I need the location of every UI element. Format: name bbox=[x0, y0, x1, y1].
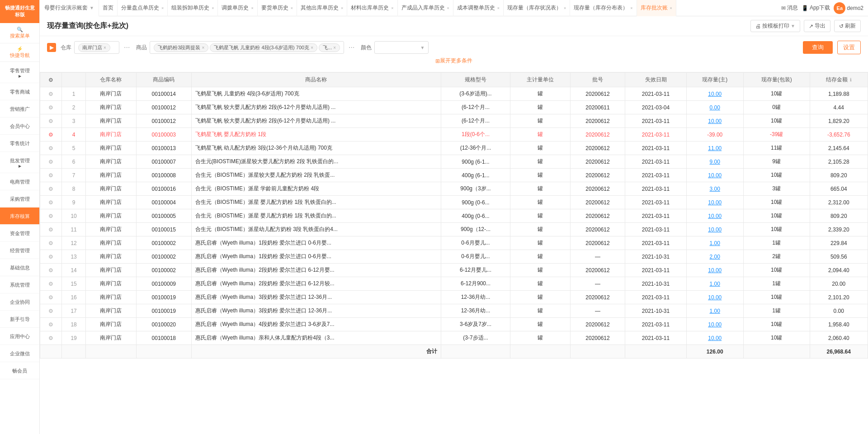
row-gear-9[interactable]: ⚙ bbox=[40, 196, 62, 209]
sidebar-item-corp-wechat[interactable]: 企业微信 bbox=[0, 345, 39, 362]
stock-main-link-12[interactable]: 1.00 bbox=[710, 240, 720, 246]
goods-tag-close-tag1[interactable]: × bbox=[202, 45, 204, 50]
sidebar-item-retail-mgmt[interactable]: 零售管理▶ bbox=[0, 62, 39, 83]
row-gear-16[interactable]: ⚙ bbox=[40, 291, 62, 304]
stock-main-link-11[interactable]: 10.00 bbox=[708, 226, 722, 233]
stock-main-link-7[interactable]: 10.00 bbox=[708, 172, 722, 179]
stock-main-link-9[interactable]: 10.00 bbox=[708, 199, 722, 206]
tab-cost-adjust-history[interactable]: 成本调整单历史× bbox=[453, 0, 504, 16]
sidebar-item-guide[interactable]: 新手引导 bbox=[0, 311, 39, 328]
warehouse-dots[interactable]: ··· bbox=[124, 43, 130, 52]
stock-main-link-17[interactable]: 1.00 bbox=[710, 308, 720, 314]
tab-inventory-status[interactable]: 现存量（库存状况表）× bbox=[504, 0, 570, 16]
tab-close-split-inventory-history[interactable]: × bbox=[161, 6, 164, 10]
row-gear-11[interactable]: ⚙ bbox=[40, 223, 62, 236]
stock-main-link-18[interactable]: 10.00 bbox=[708, 321, 722, 328]
stock-main-link-13[interactable]: 2.00 bbox=[710, 254, 720, 260]
stock-main-link-19[interactable]: 10.00 bbox=[708, 335, 722, 341]
row-gear-17[interactable]: ⚙ bbox=[40, 304, 62, 318]
tab-inventory-dist[interactable]: 现存量（库存分布表）× bbox=[570, 0, 637, 16]
query-btn[interactable]: 查询 bbox=[803, 41, 833, 54]
tab-material-out-history[interactable]: 材料出库单历史× bbox=[347, 0, 397, 16]
stock-main-link-1[interactable]: 10.00 bbox=[708, 91, 722, 97]
stock-main-link-16[interactable]: 10.00 bbox=[708, 294, 722, 301]
template-print-btn[interactable]: 🖨 按模板打印 ▼ bbox=[750, 20, 800, 32]
color-input[interactable]: ▼ bbox=[374, 41, 429, 54]
tab-close-product-in-history[interactable]: × bbox=[447, 6, 449, 10]
tab-close-cost-adjust-history[interactable]: × bbox=[497, 6, 500, 10]
sidebar-quicknav[interactable]: ⚡ 快捷导航 bbox=[0, 43, 39, 62]
row-gear-13[interactable]: ⚙ bbox=[40, 250, 62, 264]
stock-main-link-4[interactable]: -39.00 bbox=[707, 132, 722, 138]
goods-input-area[interactable]: 飞鹤奶粉3段两提装×飞鹤星飞帆 儿童奶粉 4段(3-6岁适用) 700克×飞..… bbox=[150, 41, 344, 54]
stock-main-link-3[interactable]: 10.00 bbox=[708, 118, 722, 124]
stock-main-link-5[interactable]: 11.00 bbox=[708, 145, 722, 151]
tab-close-other-out-history[interactable]: × bbox=[341, 6, 343, 10]
tab-mix-history[interactable]: 调拨单历史× bbox=[218, 0, 257, 16]
row-gear-12[interactable]: ⚙ bbox=[40, 236, 62, 250]
sidebar-item-enterprise[interactable]: 企业协同 bbox=[0, 293, 39, 311]
tab-close-mix-history[interactable]: × bbox=[251, 6, 253, 10]
warehouse-tag-close[interactable]: × bbox=[104, 45, 106, 50]
stock-main-link-2[interactable]: 0.00 bbox=[710, 104, 720, 111]
row-gear-18[interactable]: ⚙ bbox=[40, 318, 62, 331]
tab-disassemble-history[interactable]: 组装拆卸单历史× bbox=[168, 0, 218, 16]
row-gear-14[interactable]: ⚙ bbox=[40, 264, 62, 277]
goods-dots[interactable]: ··· bbox=[349, 43, 354, 52]
tab-close-disassemble-history[interactable]: × bbox=[212, 6, 214, 10]
tab-close-batch-ledger[interactable]: × bbox=[670, 6, 672, 10]
tab-close-requisition-history[interactable]: × bbox=[291, 6, 293, 10]
tab-close-inventory-status[interactable]: × bbox=[564, 6, 566, 10]
row-gear-4[interactable]: ⚙ bbox=[40, 128, 62, 142]
tab-requisition-history[interactable]: 要货单历史× bbox=[258, 0, 297, 16]
tab-other-out-history[interactable]: 其他出库单历史× bbox=[297, 0, 347, 16]
message-btn[interactable]: ✉ 消息 bbox=[781, 4, 798, 12]
stock-main-link-15[interactable]: 1.00 bbox=[710, 281, 720, 287]
sidebar-item-app-center[interactable]: 应用中心 bbox=[0, 328, 39, 345]
stock-main-link-8[interactable]: 3.00 bbox=[710, 186, 720, 192]
row-gear-2[interactable]: ⚙ bbox=[40, 101, 62, 114]
account-dropdown[interactable]: 母婴行业演示账套 ▼ bbox=[40, 0, 99, 16]
sidebar-item-member-vip[interactable]: 畅会员 bbox=[0, 362, 39, 379]
row-gear-6[interactable]: ⚙ bbox=[40, 155, 62, 169]
row-gear-7[interactable]: ⚙ bbox=[40, 169, 62, 182]
stock-main-link-14[interactable]: 10.00 bbox=[708, 267, 722, 274]
setting-btn[interactable]: 设置 bbox=[837, 41, 861, 54]
sidebar-item-marketing[interactable]: 营销推广 bbox=[0, 100, 39, 118]
goods-tag-close-tag2[interactable]: × bbox=[311, 45, 313, 50]
tab-batch-ledger[interactable]: 库存批次账× bbox=[637, 0, 676, 16]
app-download-btn[interactable]: 📱 App下载 bbox=[802, 4, 830, 12]
row-gear-8[interactable]: ⚙ bbox=[40, 182, 62, 196]
row-gear-3[interactable]: ⚙ bbox=[40, 114, 62, 128]
user-avatar[interactable]: Ea demo2 bbox=[834, 2, 863, 14]
refresh-btn[interactable]: ↺ 刷新 bbox=[834, 20, 861, 32]
sidebar-item-inventory[interactable]: 库存核算 bbox=[0, 208, 39, 225]
tab-close-material-out-history[interactable]: × bbox=[391, 6, 393, 10]
sidebar-item-retail-shop[interactable]: 零售商城 bbox=[0, 83, 39, 100]
filter-expand-row[interactable]: ⊞ 展开更多条件 bbox=[47, 54, 861, 67]
export-btn[interactable]: ↗ 导出 bbox=[804, 20, 830, 32]
sidebar-item-wholesale[interactable]: 批发管理▶ bbox=[0, 152, 39, 173]
sidebar-item-operations[interactable]: 经营管理 bbox=[0, 242, 39, 259]
balance-info-icon[interactable]: ℹ bbox=[850, 77, 852, 82]
col-gear[interactable]: ⚙ bbox=[40, 73, 62, 87]
sidebar-item-retail-stats[interactable]: 零售统计 bbox=[0, 135, 39, 152]
goods-tag-close-tag3[interactable]: × bbox=[333, 45, 336, 50]
sidebar-search[interactable]: 🔍 搜索菜单 bbox=[0, 23, 39, 43]
row-gear-10[interactable]: ⚙ bbox=[40, 209, 62, 223]
tab-close-inventory-dist[interactable]: × bbox=[630, 6, 632, 10]
filter-expand-btn[interactable]: ▶ bbox=[47, 43, 56, 52]
stock-main-link-6[interactable]: 9.00 bbox=[710, 159, 720, 165]
sidebar-item-member[interactable]: 会员中心 bbox=[0, 118, 39, 135]
warehouse-input-area[interactable]: 南岸门店 × bbox=[74, 41, 119, 54]
sidebar-item-finance[interactable]: 资金管理 bbox=[0, 225, 39, 242]
sidebar-item-purchase[interactable]: 采购管理 bbox=[0, 190, 39, 208]
tab-product-in-history[interactable]: 产成品入库单历史× bbox=[398, 0, 453, 16]
sidebar-item-base-info[interactable]: 基础信息 bbox=[0, 259, 39, 276]
row-gear-5[interactable]: ⚙ bbox=[40, 142, 62, 155]
row-gear-1[interactable]: ⚙ bbox=[40, 87, 62, 101]
row-gear-15[interactable]: ⚙ bbox=[40, 277, 62, 291]
sidebar-item-system[interactable]: 系统管理 bbox=[0, 276, 39, 293]
tab-home[interactable]: 首页 bbox=[99, 0, 118, 16]
sidebar-item-ecom[interactable]: 电商管理 bbox=[0, 173, 39, 190]
